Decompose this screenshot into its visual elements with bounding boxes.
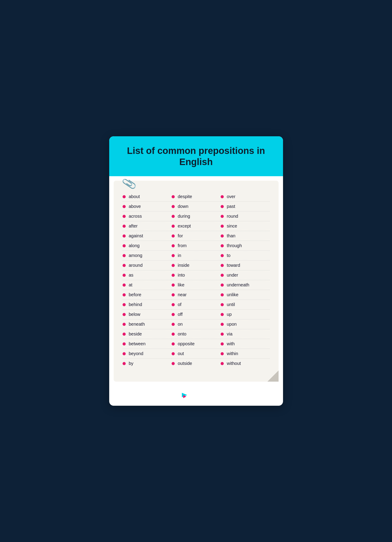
list-item: up: [221, 309, 270, 320]
list-item: inside: [172, 260, 221, 270]
preposition-word: from: [178, 243, 187, 248]
column-3: overpastroundsincethanthroughtotowardund…: [221, 192, 270, 368]
prepositions-columns: aboutaboveacrossafteragainstalongamongar…: [122, 192, 270, 368]
bullet-icon: [221, 283, 224, 287]
bullet-icon: [122, 362, 126, 365]
list-item: above: [122, 202, 172, 211]
list-item: down: [172, 202, 221, 211]
column-1: aboutaboveacrossafteragainstalongamongar…: [122, 192, 172, 368]
preposition-word: on: [178, 322, 183, 327]
preposition-word: within: [227, 351, 238, 356]
bullet-icon: [221, 342, 224, 346]
bullet-icon: [122, 323, 126, 326]
list-item: until: [221, 300, 270, 309]
bullet-icon: [172, 323, 175, 326]
list-item: past: [221, 202, 270, 211]
bullet-icon: [172, 283, 175, 287]
preposition-word: inside: [178, 263, 189, 268]
bullet-icon: [122, 313, 126, 316]
preposition-word: among: [129, 253, 142, 258]
list-item: near: [172, 290, 221, 300]
bullet-icon: [221, 323, 224, 326]
list-item: within: [221, 349, 270, 359]
bullet-icon: [172, 195, 175, 198]
preposition-word: via: [227, 331, 233, 336]
preposition-word: along: [129, 243, 140, 248]
list-item: toward: [221, 260, 270, 270]
list-item: beside: [122, 329, 172, 339]
list-item: behind: [122, 300, 172, 309]
list-item: at: [122, 280, 172, 290]
bullet-icon: [172, 225, 175, 228]
list-item: on: [172, 320, 221, 329]
preposition-word: for: [178, 233, 183, 238]
list-item: around: [122, 260, 172, 270]
preposition-word: despite: [178, 194, 192, 199]
preposition-word: down: [178, 204, 189, 209]
preposition-word: with: [227, 341, 235, 346]
preposition-word: upon: [227, 322, 237, 327]
list-item: underneath: [221, 280, 270, 290]
preply-logo-text: preply: [191, 392, 211, 399]
preposition-word: unlike: [227, 292, 238, 297]
list-item: under: [221, 270, 270, 280]
bullet-icon: [221, 293, 224, 296]
preposition-word: out: [178, 351, 184, 356]
list-item: before: [122, 290, 172, 300]
preposition-word: over: [227, 194, 236, 199]
list-item: after: [122, 221, 172, 231]
bullet-icon: [122, 225, 126, 228]
preposition-word: onto: [178, 331, 186, 336]
preposition-word: beneath: [129, 322, 145, 327]
list-item: through: [221, 241, 270, 251]
preposition-word: behind: [129, 302, 142, 307]
bullet-icon: [172, 362, 175, 365]
list-item: across: [122, 211, 172, 221]
list-item: of: [172, 300, 221, 309]
bullet-icon: [221, 362, 224, 365]
bullet-icon: [172, 333, 175, 336]
preposition-word: around: [129, 263, 143, 268]
list-item: out: [172, 349, 221, 359]
bullet-icon: [221, 195, 224, 198]
list-item: beyond: [122, 349, 172, 359]
card-header: List of common prepositions in English: [109, 136, 283, 176]
list-item: except: [172, 221, 221, 231]
list-item: upon: [221, 320, 270, 329]
bullet-icon: [122, 244, 126, 247]
bullet-icon: [122, 303, 126, 306]
preposition-word: against: [129, 233, 143, 238]
preposition-word: as: [129, 273, 133, 278]
bullet-icon: [221, 205, 224, 208]
list-item: since: [221, 221, 270, 231]
list-item: from: [172, 241, 221, 251]
list-item: like: [172, 280, 221, 290]
bullet-icon: [172, 313, 175, 316]
list-item: without: [221, 359, 270, 368]
paperclip-icon: 📎: [121, 177, 137, 191]
card-body: 📎 aboutaboveacrossafteragainstalongamong…: [114, 181, 279, 382]
preposition-word: into: [178, 273, 185, 278]
bullet-icon: [122, 342, 126, 346]
preposition-word: below: [129, 312, 140, 317]
preposition-word: opposite: [178, 341, 195, 346]
preposition-word: toward: [227, 263, 240, 268]
preposition-word: to: [227, 253, 231, 258]
list-item: below: [122, 309, 172, 320]
bullet-icon: [221, 225, 224, 228]
preposition-word: like: [178, 282, 185, 287]
bullet-icon: [122, 205, 126, 208]
bullet-icon: [172, 352, 175, 355]
list-item: unlike: [221, 290, 270, 300]
preposition-word: before: [129, 292, 142, 297]
bullet-icon: [221, 303, 224, 306]
preply-logo-icon: [181, 391, 189, 400]
preposition-word: round: [227, 214, 238, 219]
list-item: along: [122, 241, 172, 251]
list-item: via: [221, 329, 270, 339]
preposition-word: up: [227, 312, 232, 317]
bullet-icon: [172, 342, 175, 346]
bullet-icon: [221, 352, 224, 355]
preposition-word: outside: [178, 361, 192, 366]
bullet-icon: [122, 195, 126, 198]
